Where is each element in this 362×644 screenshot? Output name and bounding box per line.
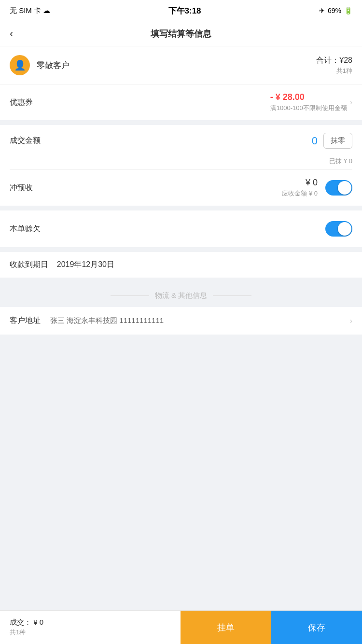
back-button[interactable]: ‹ [10, 28, 13, 40]
address-row[interactable]: 客户地址 张三 海淀永丰科技园 11111111111 › [0, 307, 362, 335]
status-right: ✈ 69% 🔋 [319, 7, 352, 14]
pending-button[interactable]: 挂单 [181, 611, 271, 644]
content: 👤 零散客户 合计：¥28 共1种 优惠券 - ¥ 28.00 满1000-10… [0, 46, 362, 436]
customer-left: 👤 零散客户 [10, 55, 70, 75]
coupon-info: - ¥ 28.00 满1000-100不限制使用金额 [270, 92, 347, 112]
deal-sub: 已抹 ¥ 0 [329, 157, 352, 165]
arrears-label: 本单赊欠 [10, 224, 41, 234]
battery-text: 69% [328, 7, 341, 14]
status-bar: 无 SIM 卡 ☁ 下午3:18 ✈ 69% 🔋 [0, 0, 362, 21]
arrears-toggle-knob [338, 222, 351, 236]
deal-right: 0 抹零 [312, 133, 352, 149]
deal-label: 成交金额 [10, 136, 41, 146]
customer-count: 共1种 [316, 67, 352, 75]
coupon-right: - ¥ 28.00 满1000-100不限制使用金额 › [270, 92, 352, 112]
address-chevron-icon: › [350, 317, 352, 325]
customer-right: 合计：¥28 共1种 [316, 56, 352, 75]
due-date-label-text: 收款到期日 [10, 260, 48, 268]
customer-total: 合计：¥28 [316, 56, 352, 66]
coupon-chevron-icon: › [350, 98, 352, 107]
customer-name: 零散客户 [37, 60, 70, 71]
coupon-desc: 满1000-100不限制使用金额 [270, 104, 347, 112]
charge-toggle[interactable] [325, 180, 352, 196]
arrears-row: 本单赊欠 [10, 210, 352, 247]
battery-icon: 🔋 [344, 7, 352, 14]
status-time: 下午3:18 [168, 5, 201, 16]
deal-section: 成交金额 0 抹零 已抹 ¥ 0 冲预收 ¥ 0 应收金额 ¥ 0 [0, 125, 362, 206]
avatar-icon: 👤 [14, 59, 26, 71]
due-date-label: 收款到期日 2019年12月30日 [10, 260, 114, 268]
charge-sub: 应收金额 ¥ 0 [282, 189, 318, 198]
address-section: 客户地址 张三 海淀永丰科技园 11111111111 › [0, 307, 362, 335]
charge-amount-block: ¥ 0 应收金额 ¥ 0 [282, 178, 318, 198]
deal-amount[interactable]: 0 [312, 135, 318, 147]
address-label: 客户地址 [10, 316, 41, 326]
address-value: 张三 海淀永丰科技园 11111111111 [50, 316, 350, 325]
charge-row: 冲预收 ¥ 0 应收金额 ¥ 0 [10, 170, 352, 206]
customer-avatar: 👤 [10, 55, 30, 75]
round-zero-button[interactable]: 抹零 [323, 133, 352, 149]
bottom-deal-amount: ¥ 0 [33, 618, 43, 626]
coupon-discount: - ¥ 28.00 [270, 92, 347, 102]
logistics-title: 物流 & 其他信息 [111, 291, 251, 300]
deal-row: 成交金额 0 抹零 [10, 125, 352, 156]
charge-amount: ¥ 0 [282, 178, 318, 188]
logistics-header: 物流 & 其他信息 [0, 282, 362, 307]
bottom-bar: 成交： ¥ 0 共1种 挂单 保存 [0, 610, 362, 644]
bottom-deal: 成交： ¥ 0 [10, 618, 171, 627]
coupon-label: 优惠券 [10, 98, 33, 108]
no-sim-text: 无 SIM 卡 ☁ [10, 6, 50, 15]
location-icon: ✈ [319, 7, 325, 14]
nav-bar: ‹ 填写结算等信息 [0, 21, 362, 46]
duedate-section: 收款到期日 2019年12月30日 [0, 252, 362, 278]
content-spacer [0, 339, 362, 436]
arrears-toggle[interactable] [325, 221, 352, 237]
save-button[interactable]: 保存 [271, 611, 362, 644]
coupon-row[interactable]: 优惠券 - ¥ 28.00 满1000-100不限制使用金额 › [0, 84, 362, 120]
arrears-section: 本单赊欠 [0, 210, 362, 247]
status-left: 无 SIM 卡 ☁ [10, 6, 50, 15]
toggle-knob [338, 181, 351, 195]
customer-row: 👤 零散客户 合计：¥28 共1种 [0, 46, 362, 84]
bottom-count: 共1种 [10, 628, 171, 637]
page-title: 填写结算等信息 [151, 28, 211, 40]
bottom-deal-label: 成交： [10, 618, 31, 626]
charge-label: 冲预收 [10, 183, 33, 193]
charge-right: ¥ 0 应收金额 ¥ 0 [282, 178, 352, 198]
due-date-value: 2019年12月30日 [57, 260, 114, 268]
bottom-info: 成交： ¥ 0 共1种 [0, 618, 181, 637]
customer-card: 👤 零散客户 合计：¥28 共1种 优惠券 - ¥ 28.00 满1000-10… [0, 46, 362, 120]
